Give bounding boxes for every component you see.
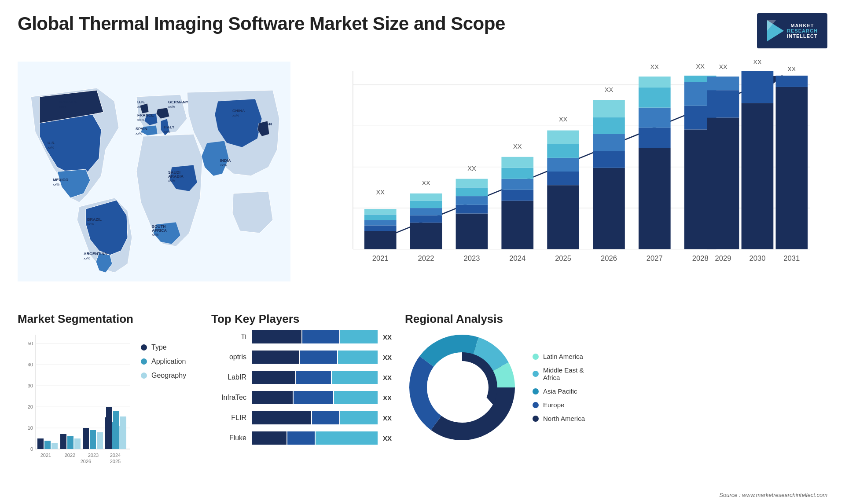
svg-rect-42 [364, 231, 397, 249]
svg-text:2026: 2026 [81, 459, 91, 464]
player-name-labir: LabIR [211, 373, 246, 381]
svg-text:xx%: xx% [137, 105, 144, 109]
bar-mid [287, 431, 315, 445]
players-table: Ti XX optris XX LabIR [211, 330, 396, 445]
svg-rect-67 [547, 172, 579, 185]
svg-text:30: 30 [28, 383, 33, 388]
segmentation-section: Market Segmentation 0 10 20 30 40 50 [18, 312, 202, 501]
svg-text:40: 40 [28, 362, 33, 367]
svg-rect-94 [742, 71, 774, 103]
regional-section: Regional Analysis [405, 312, 827, 501]
reg-legend-north-america: North America [533, 415, 585, 422]
svg-rect-68 [547, 158, 579, 172]
player-bars-optris [252, 351, 378, 364]
svg-rect-43 [364, 226, 397, 231]
reg-dot-asia-pacific [533, 388, 539, 394]
reg-dot-mea [533, 371, 539, 377]
svg-rect-123 [37, 438, 44, 449]
bar-dark [252, 371, 295, 384]
svg-text:2021: 2021 [40, 453, 51, 458]
reg-legend-latin-america: Latin America [533, 353, 585, 360]
svg-text:XX: XX [605, 86, 614, 93]
svg-text:AFRICA: AFRICA [152, 228, 167, 233]
svg-text:xx%: xx% [259, 127, 265, 131]
donut-chart-container [405, 330, 519, 445]
reg-label-north-america: North America [543, 415, 585, 422]
reg-dot-latin-america [533, 354, 539, 360]
svg-text:2021: 2021 [372, 254, 389, 263]
svg-rect-66 [547, 185, 579, 249]
svg-rect-45 [364, 215, 397, 220]
svg-text:xx%: xx% [164, 130, 170, 134]
reg-legend-asia-pacific: Asia Pacific [533, 387, 585, 395]
bar-dark [252, 351, 299, 364]
svg-text:xx%: xx% [168, 179, 175, 183]
reg-label-mea: Middle East &Africa [543, 366, 584, 381]
svg-rect-126 [60, 434, 66, 449]
svg-rect-130 [90, 430, 96, 449]
svg-rect-136 [113, 411, 119, 449]
svg-text:xx%: xx% [53, 183, 59, 186]
svg-text:XX: XX [753, 58, 762, 66]
svg-text:XX: XX [559, 116, 568, 123]
reg-legend-europe: Europe [533, 401, 585, 409]
page-title: Global Thermal Imaging Software Market S… [18, 13, 505, 34]
svg-text:2024: 2024 [110, 453, 121, 458]
svg-rect-90 [707, 90, 739, 117]
svg-text:2026: 2026 [601, 254, 617, 263]
svg-rect-64 [501, 157, 533, 168]
svg-rect-57 [456, 187, 488, 196]
svg-rect-93 [742, 103, 774, 249]
svg-text:JAPAN: JAPAN [259, 122, 272, 126]
bar-dark [252, 330, 301, 343]
svg-text:2024: 2024 [509, 254, 525, 263]
reg-label-asia-pacific: Asia Pacific [543, 387, 577, 395]
bar-dark [252, 411, 311, 424]
svg-text:10: 10 [28, 425, 33, 431]
player-name-flir: FLIR [211, 414, 246, 422]
player-bars-ti [252, 330, 378, 343]
legend-geography-dot [141, 373, 147, 379]
reg-label-latin-america: Latin America [543, 353, 583, 360]
svg-text:2025: 2025 [110, 459, 121, 464]
svg-text:XX: XX [376, 189, 385, 196]
player-name-ti: Ti [211, 333, 246, 341]
svg-text:XX: XX [719, 63, 727, 70]
svg-text:XX: XX [513, 143, 522, 150]
svg-rect-91 [707, 77, 739, 90]
players-section: Top Key Players Ti XX optris XX [211, 312, 396, 501]
svg-text:XX: XX [467, 165, 476, 172]
top-content: CANADA xx% U.S. xx% MEXICO xx% BRAZIL xx… [0, 53, 845, 308]
bar-light [340, 411, 378, 424]
svg-text:xx%: xx% [137, 118, 144, 122]
legend-type-label: Type [151, 343, 167, 351]
svg-rect-137 [120, 416, 126, 449]
svg-text:XX: XX [696, 63, 705, 70]
svg-rect-124 [44, 441, 51, 449]
svg-text:ITALY: ITALY [164, 125, 175, 129]
header: Global Thermal Imaging Software Market S… [0, 0, 845, 53]
player-val-ti: XX [383, 333, 396, 341]
legend-geography: Geography [141, 372, 186, 380]
svg-rect-51 [410, 201, 442, 208]
svg-rect-50 [410, 208, 442, 215]
svg-rect-128 [74, 438, 81, 449]
svg-text:xx%: xx% [168, 105, 175, 109]
bar-mid [312, 411, 339, 424]
player-row-ti: Ti XX [211, 330, 396, 343]
svg-rect-89 [707, 117, 739, 249]
svg-text:2023: 2023 [88, 453, 99, 458]
svg-text:2031: 2031 [783, 254, 800, 263]
svg-text:20: 20 [28, 404, 33, 409]
svg-text:2028: 2028 [692, 254, 709, 263]
bar-light [340, 330, 378, 343]
donut-center [436, 361, 489, 414]
legend-type: Type [141, 343, 186, 351]
svg-rect-78 [639, 148, 671, 249]
svg-text:2030: 2030 [749, 254, 765, 263]
segmentation-title: Market Segmentation [18, 312, 202, 326]
logo-box: MARKET RESEARCH INTELLECT [757, 13, 827, 48]
legend-type-dot [141, 344, 147, 351]
bar-dark [252, 431, 287, 445]
svg-text:INDIA: INDIA [220, 158, 231, 163]
